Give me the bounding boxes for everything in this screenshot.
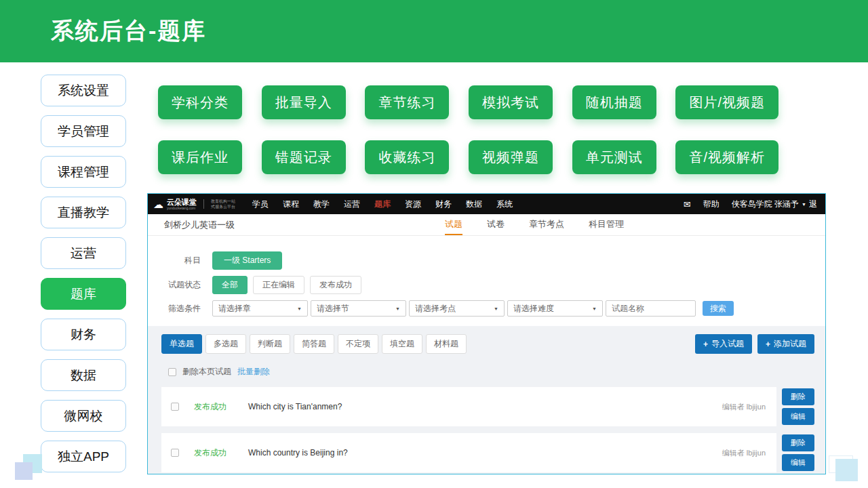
tab-chapter-points[interactable]: 章节考点 bbox=[529, 214, 564, 235]
feature-unit-test[interactable]: 单元测试 bbox=[572, 140, 656, 174]
logo-slogan: 教育机构一站 式服务云平台 bbox=[211, 199, 235, 210]
admin-subnav: 剑桥少儿英语一级 试题 试卷 章节考点 科目管理 bbox=[148, 214, 825, 236]
section-select[interactable]: 请选择节 ▼ bbox=[311, 300, 406, 317]
type-short-answer[interactable]: 简答题 bbox=[294, 334, 334, 354]
account-menu[interactable]: 侠客岛学院 张涵予 ▼ 退 bbox=[732, 199, 817, 210]
feature-homework[interactable]: 课后作业 bbox=[158, 140, 242, 174]
edit-button[interactable]: 编辑 bbox=[782, 408, 814, 425]
exam-point-select[interactable]: 请选择考点 ▼ bbox=[409, 300, 505, 317]
sidebar-item-course-management[interactable]: 课程管理 bbox=[41, 156, 126, 188]
delete-page-label: 删除本页试题 bbox=[182, 366, 231, 378]
sidebar-item-operations[interactable]: 运营 bbox=[41, 237, 126, 269]
bulk-delete-row: 删除本页试题 批量删除 bbox=[168, 366, 814, 378]
feature-random-questions[interactable]: 随机抽题 bbox=[572, 85, 656, 119]
type-true-false[interactable]: 判断题 bbox=[250, 334, 290, 354]
sidebar-item-student-management[interactable]: 学员管理 bbox=[41, 115, 126, 147]
question-name-input[interactable] bbox=[606, 300, 696, 317]
topbar-right: ✉ 帮助 侠客岛学院 张涵予 ▼ 退 bbox=[684, 199, 817, 210]
batch-delete-link[interactable]: 批量删除 bbox=[237, 366, 270, 378]
row-checkbox[interactable] bbox=[171, 449, 179, 457]
feature-row-2: 课后作业 错题记录 收藏练习 视频弹题 单元测试 音/视频解析 bbox=[158, 140, 778, 174]
page-title: 系统后台-题库 bbox=[51, 16, 206, 47]
feature-video-popup-questions[interactable]: 视频弹题 bbox=[469, 140, 553, 174]
nav-finance[interactable]: 财务 bbox=[435, 199, 452, 210]
type-indeterminate[interactable]: 不定项 bbox=[338, 334, 378, 354]
logo-divider bbox=[203, 199, 204, 209]
nav-operations[interactable]: 运营 bbox=[344, 199, 360, 210]
status-all-button[interactable]: 全部 bbox=[212, 276, 248, 294]
delete-button[interactable]: 删除 bbox=[782, 434, 814, 451]
filter-section: 科目 一级 Starters 试题状态 全部 正在编辑 发布成功 筛选条件 请选… bbox=[148, 236, 825, 326]
mail-icon[interactable]: ✉ bbox=[684, 199, 691, 209]
type-material[interactable]: 材料题 bbox=[426, 334, 467, 354]
nav-students[interactable]: 学员 bbox=[252, 199, 269, 210]
cloud-logo-icon: ☁ bbox=[153, 199, 163, 209]
sidebar-item-live-teaching[interactable]: 直播教学 bbox=[41, 197, 126, 228]
admin-top-nav: 学员 课程 教学 运营 题库 资源 财务 数据 系统 bbox=[252, 199, 513, 210]
nav-courses[interactable]: 课程 bbox=[283, 199, 299, 210]
feature-wrong-question-record[interactable]: 错题记录 bbox=[262, 140, 346, 174]
nav-teaching[interactable]: 教学 bbox=[313, 199, 330, 210]
nav-system[interactable]: 系统 bbox=[496, 199, 513, 210]
subject-label: 科目 bbox=[148, 255, 201, 266]
feature-image-video-questions[interactable]: 图片/视频题 bbox=[675, 85, 778, 119]
tab-papers[interactable]: 试卷 bbox=[487, 214, 505, 235]
question-list-section: 单选题 多选题 判断题 简答题 不定项 填空题 材料题 + 导入试题 + 添加试… bbox=[148, 326, 825, 474]
question-row: 发布成功 Which country is Beijing in? 编辑者 lb… bbox=[161, 433, 814, 472]
feature-batch-import[interactable]: 批量导入 bbox=[262, 85, 346, 119]
feature-mock-exam[interactable]: 模拟考试 bbox=[469, 85, 553, 119]
tab-subject-management[interactable]: 科目管理 bbox=[589, 214, 624, 235]
subject-value-tag[interactable]: 一级 Starters bbox=[212, 251, 282, 270]
difficulty-select[interactable]: 请选择难度 ▼ bbox=[507, 300, 603, 317]
nav-question-bank[interactable]: 题库 bbox=[374, 199, 391, 210]
import-questions-label: 导入试题 bbox=[711, 338, 744, 350]
admin-topbar: ☁ 云朵课堂 yunduoketang.com 教育机构一站 式服务云平台 学员… bbox=[148, 194, 825, 214]
logout-link[interactable]: 退 bbox=[809, 199, 817, 210]
sidebar-item-finance[interactable]: 财务 bbox=[41, 319, 126, 350]
nav-data[interactable]: 数据 bbox=[466, 199, 482, 210]
decoration-square bbox=[15, 462, 33, 480]
chapter-select-value: 请选择章 bbox=[218, 303, 251, 314]
feature-row-1: 学科分类 批量导入 章节练习 模拟考试 随机抽题 图片/视频题 bbox=[158, 85, 778, 119]
editor-label: 编辑者 lbjijun bbox=[722, 448, 766, 458]
logo-text-block: 云朵课堂 yunduoketang.com bbox=[167, 198, 197, 210]
help-link[interactable]: 帮助 bbox=[703, 199, 719, 210]
edit-button[interactable]: 编辑 bbox=[782, 454, 814, 471]
add-question-button[interactable]: + 添加试题 bbox=[757, 334, 814, 354]
feature-chapter-practice[interactable]: 章节练习 bbox=[365, 85, 449, 119]
feature-favorite-practice[interactable]: 收藏练习 bbox=[365, 140, 449, 174]
logo-domain: yunduoketang.com bbox=[167, 206, 197, 210]
chapter-select[interactable]: 请选择章 ▼ bbox=[212, 300, 308, 317]
sidebar: 系统设置 学员管理 课程管理 直播教学 运营 题库 财务 数据 微网校 独立AP… bbox=[41, 75, 126, 472]
sidebar-item-standalone-app[interactable]: 独立APP bbox=[41, 441, 126, 472]
import-questions-button[interactable]: + 导入试题 bbox=[695, 334, 752, 354]
tab-questions[interactable]: 试题 bbox=[445, 214, 462, 235]
nav-resources[interactable]: 资源 bbox=[405, 199, 421, 210]
question-text: Which country is Beijing in? bbox=[248, 448, 348, 458]
chevron-down-icon: ▼ bbox=[395, 306, 400, 311]
sidebar-item-micro-school[interactable]: 微网校 bbox=[41, 400, 126, 432]
condition-label: 筛选条件 bbox=[148, 303, 201, 314]
feature-audio-video-analysis[interactable]: 音/视频解析 bbox=[675, 140, 778, 174]
delete-button[interactable]: 删除 bbox=[782, 388, 814, 405]
type-fill-blank[interactable]: 填空题 bbox=[382, 334, 422, 354]
search-button[interactable]: 搜索 bbox=[703, 301, 734, 316]
sidebar-item-data[interactable]: 数据 bbox=[41, 359, 126, 391]
status-published-button[interactable]: 发布成功 bbox=[310, 276, 361, 294]
question-card: 发布成功 Which city is Tian'anmen? 编辑者 lbjij… bbox=[161, 387, 776, 426]
select-all-checkbox[interactable] bbox=[168, 368, 176, 376]
row-checkbox[interactable] bbox=[171, 403, 179, 411]
type-single-choice[interactable]: 单选题 bbox=[161, 334, 202, 354]
editor-label: 编辑者 lbjijun bbox=[722, 402, 766, 412]
type-multiple-choice[interactable]: 多选题 bbox=[205, 334, 246, 354]
feature-subject-category[interactable]: 学科分类 bbox=[158, 85, 242, 119]
feature-buttons: 学科分类 批量导入 章节练习 模拟考试 随机抽题 图片/视频题 课后作业 错题记… bbox=[158, 85, 778, 195]
status-editing-button[interactable]: 正在编辑 bbox=[253, 276, 304, 294]
sidebar-item-system-settings[interactable]: 系统设置 bbox=[41, 75, 126, 106]
status-badge: 发布成功 bbox=[194, 447, 226, 459]
account-name: 侠客岛学院 张涵予 bbox=[732, 199, 799, 210]
filter-row-status: 试题状态 全部 正在编辑 发布成功 bbox=[148, 276, 825, 294]
row-actions: 删除 编辑 bbox=[782, 387, 814, 426]
section-select-value: 请选择节 bbox=[317, 303, 349, 314]
sidebar-item-question-bank[interactable]: 题库 bbox=[41, 278, 126, 310]
